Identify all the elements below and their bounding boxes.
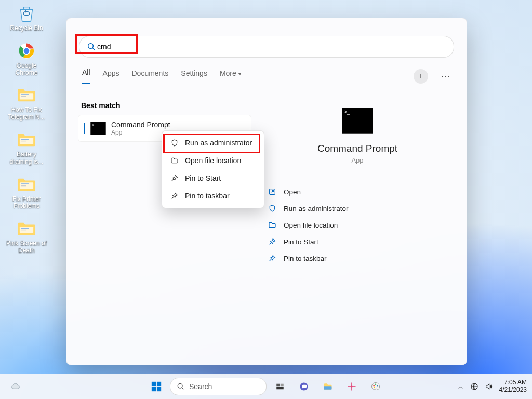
pin-icon: [170, 192, 179, 200]
tab-more[interactable]: More ▾: [220, 69, 241, 84]
svg-rect-28: [276, 384, 280, 387]
desktop-icon-google-chrome[interactable]: Google Chrome: [3, 41, 50, 77]
paint-icon: [370, 381, 381, 392]
svg-point-35: [351, 385, 352, 387]
ctx-pin-to-start[interactable]: Pin to Start: [162, 169, 264, 187]
search-icon: [177, 382, 185, 391]
volume-icon[interactable]: [485, 382, 493, 391]
action-pin-to-start[interactable]: Pin to Start: [266, 233, 449, 250]
start-search-flyout: All Apps Documents Settings More ▾ T ⋯ B…: [66, 18, 467, 365]
best-match-heading: Best match: [81, 101, 251, 110]
tray-date: 4/21/2023: [499, 387, 527, 394]
svg-point-38: [377, 385, 378, 387]
ctx-label: Open file location: [185, 156, 241, 165]
taskbar-file-explorer[interactable]: [317, 376, 338, 397]
search-icon: [87, 42, 96, 51]
ctx-open-file-location[interactable]: Open file location: [162, 152, 264, 169]
desktop-icon-folder-2[interactable]: Battery draining is...: [3, 129, 50, 166]
svg-rect-4: [21, 95, 29, 96]
desktop-icons: Recycle Bin Google Chrome How To Fix Tel…: [3, 3, 50, 255]
taskbar-weather-widget[interactable]: [5, 376, 26, 397]
svg-point-39: [374, 387, 375, 388]
svg-rect-24: [152, 387, 156, 391]
search-bar[interactable]: [79, 36, 454, 58]
search-input[interactable]: [96, 42, 446, 51]
tray-clock[interactable]: 7:05 AM 4/21/2023: [499, 379, 527, 394]
user-avatar[interactable]: T: [414, 69, 428, 84]
svg-point-37: [375, 384, 377, 385]
pin-icon: [170, 174, 179, 182]
details-title: Command Prompt: [317, 143, 397, 154]
task-view-button[interactable]: [270, 376, 290, 397]
start-button[interactable]: [146, 376, 167, 397]
pin-icon: [268, 237, 276, 246]
result-context-menu: Run as administrator Open file location …: [162, 130, 264, 208]
shield-icon: [268, 204, 276, 212]
file-explorer-icon: [323, 381, 333, 392]
ctx-label: Pin to taskbar: [185, 192, 230, 200]
windows-icon: [151, 381, 162, 392]
svg-rect-32: [324, 386, 332, 390]
details-subtitle: App: [351, 156, 363, 164]
desktop-icon-label: How To Fix Telegram N...: [5, 107, 48, 121]
action-label: Open: [284, 188, 301, 196]
svg-rect-5: [21, 96, 26, 97]
svg-rect-11: [21, 185, 26, 185]
result-details-pane: Command Prompt App Open Run as administr…: [266, 92, 449, 267]
svg-line-17: [172, 179, 174, 181]
svg-rect-8: [21, 141, 26, 141]
action-pin-to-taskbar[interactable]: Pin to taskbar: [266, 250, 449, 267]
desktop-icon-label: Pink Screen of Death: [5, 240, 48, 255]
svg-line-18: [172, 197, 174, 198]
shield-icon: [170, 139, 179, 147]
chevron-down-icon: ▾: [238, 71, 241, 77]
desktop-icon-label: Google Chrome: [5, 62, 48, 77]
tab-documents[interactable]: Documents: [131, 69, 168, 84]
svg-line-27: [182, 388, 183, 389]
command-prompt-icon: [342, 108, 373, 134]
more-options-button[interactable]: ⋯: [441, 71, 451, 82]
folder-icon: [16, 218, 37, 239]
tab-settings[interactable]: Settings: [181, 69, 207, 84]
ctx-run-as-administrator[interactable]: Run as administrator: [162, 134, 264, 152]
folder-icon: [16, 85, 37, 105]
svg-rect-25: [157, 387, 161, 391]
action-open-file-location[interactable]: Open file location: [266, 217, 449, 233]
svg-point-26: [178, 383, 182, 388]
folder-icon: [16, 174, 37, 195]
taskbar-search[interactable]: Search: [170, 378, 267, 395]
tray-overflow-chevron[interactable]: ︿: [458, 382, 464, 391]
svg-rect-30: [276, 387, 284, 390]
ctx-pin-to-taskbar[interactable]: Pin to taskbar: [162, 187, 264, 205]
taskbar-chat[interactable]: [294, 376, 314, 397]
taskbar-search-placeholder: Search: [189, 382, 212, 391]
action-open[interactable]: Open: [266, 183, 449, 200]
chat-icon: [299, 381, 309, 392]
ctx-label: Pin to Start: [185, 174, 221, 182]
open-icon: [268, 188, 276, 196]
pin-icon: [268, 254, 276, 262]
desktop-icon-recycle-bin[interactable]: Recycle Bin: [3, 3, 50, 32]
tab-apps[interactable]: Apps: [103, 69, 119, 84]
tab-all[interactable]: All: [82, 68, 90, 84]
action-run-as-administrator[interactable]: Run as administrator: [266, 200, 449, 217]
desktop-icon-label: Recycle Bin: [10, 25, 43, 32]
network-icon[interactable]: [470, 382, 478, 391]
ctx-label: Run as administrator: [185, 139, 252, 147]
folder-icon: [268, 221, 276, 229]
desktop-icon-label: Battery draining is...: [5, 151, 48, 166]
cloud-icon: [10, 381, 21, 392]
svg-point-15: [88, 44, 94, 49]
taskbar: Search ︿ 7:05 AM 4/21/2023: [0, 374, 532, 399]
taskbar-snipping-tool[interactable]: [341, 376, 362, 397]
svg-point-36: [373, 385, 375, 387]
desktop-icon-folder-3[interactable]: Fix Printer Problems: [3, 174, 50, 210]
desktop-icon-folder-1[interactable]: How To Fix Telegram N...: [3, 85, 50, 121]
folder-icon: [170, 156, 179, 165]
desktop-icon-folder-4[interactable]: Pink Screen of Death: [3, 218, 50, 255]
taskbar-paint[interactable]: [365, 376, 386, 397]
svg-rect-23: [157, 382, 161, 386]
action-label: Pin to taskbar: [284, 255, 327, 262]
chrome-icon: [16, 41, 37, 61]
svg-rect-13: [21, 228, 29, 229]
